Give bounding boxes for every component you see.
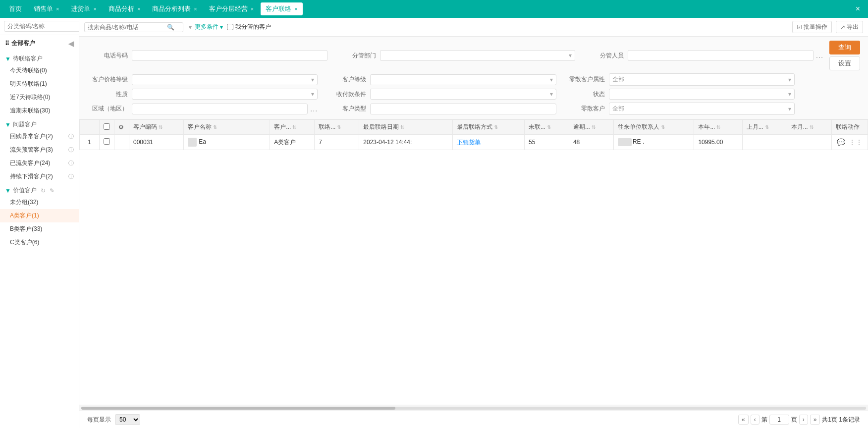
cell-last-contact-method[interactable]: 下销货单 bbox=[452, 135, 524, 150]
retail-customer-select[interactable]: 全部 ▾ bbox=[609, 103, 795, 115]
th-unit-contact[interactable]: 往来单位联系人⇅ bbox=[613, 120, 694, 135]
batch-op-button[interactable]: ☑ 批量操作 bbox=[792, 21, 832, 33]
th-name[interactable]: 客户名称⇅ bbox=[184, 120, 270, 135]
close-customer-segment-icon[interactable]: × bbox=[251, 6, 254, 12]
nav-customer-contact[interactable]: 客户联络 × bbox=[261, 2, 302, 15]
th-contact-count[interactable]: 联络...⇅ bbox=[315, 120, 359, 135]
retail-attr-select[interactable]: 全部 ▾ bbox=[609, 73, 795, 86]
first-page-button[interactable]: « bbox=[738, 415, 749, 425]
nature-select[interactable]: ▾ bbox=[132, 89, 318, 100]
sidebar-item-class-b[interactable]: B类客户(33) bbox=[0, 222, 79, 236]
nav-customer-segment[interactable]: 客户分层经营 × bbox=[204, 2, 259, 15]
status-select[interactable]: ▾ bbox=[609, 89, 795, 100]
content-area: 🔍 ▼ 更多条件 ▾ 我分管的客户 ☑ 批量操作 ↗ 导出 bbox=[79, 18, 868, 428]
filter-retail-attr: 零散客户属性 全部 ▾ bbox=[564, 73, 795, 86]
table-container: ⚙ 客户编码⇅ 客户名称⇅ 客户...⇅ 联络...⇅ bbox=[79, 119, 868, 405]
page-size-select[interactable]: 50 10 20 100 bbox=[115, 414, 140, 425]
staff-more-icon[interactable]: … bbox=[815, 51, 823, 60]
select-all-checkbox[interactable] bbox=[104, 123, 110, 130]
payment-select[interactable]: ▾ bbox=[370, 89, 556, 100]
page-number-input[interactable] bbox=[769, 415, 789, 425]
more-action-icon[interactable]: ⋮⋮ bbox=[849, 138, 863, 146]
bottom-bar: 每页显示 50 10 20 100 « ‹ 第 页 › » 共1页 1条记录 bbox=[79, 411, 868, 428]
th-last-contact-method[interactable]: 最后联络方式⇅ bbox=[452, 120, 524, 135]
th-last-month[interactable]: 上月...⇅ bbox=[742, 120, 787, 135]
last-page-button[interactable]: » bbox=[810, 415, 820, 425]
cell-unit-contact: RE . bbox=[613, 135, 694, 150]
filter-action-btns: 查询 设置 bbox=[829, 41, 860, 70]
sidebar-item-today[interactable]: 今天待联络(0) bbox=[0, 64, 79, 77]
close-customer-contact-icon[interactable]: × bbox=[294, 6, 297, 12]
region-more-icon[interactable]: … bbox=[310, 105, 318, 113]
cell-check[interactable] bbox=[100, 135, 114, 150]
th-this-month[interactable]: 本月...⇅ bbox=[787, 120, 831, 135]
cell-action: 💬 ⋮⋮ bbox=[831, 135, 868, 150]
th-category[interactable]: 客户...⇅ bbox=[270, 120, 315, 135]
next-page-button[interactable]: › bbox=[799, 415, 808, 425]
more-filters-button[interactable]: ▼ 更多条件 ▾ bbox=[187, 23, 223, 31]
nav-goods-analysis-list[interactable]: 商品分析列表 × bbox=[147, 2, 202, 15]
sidebar-item-continuous-decrease[interactable]: 持续下滑客户(2) ⓘ bbox=[0, 170, 79, 183]
th-overdue[interactable]: 逾期...⇅ bbox=[569, 120, 613, 135]
customer-type-input[interactable] bbox=[370, 104, 556, 114]
sidebar-item-unclassified[interactable]: 未分组(32) bbox=[0, 196, 79, 209]
top-nav: 首页 销售单 × 进货单 × 商品分析 × 商品分析列表 × 客户分层经营 × … bbox=[0, 0, 868, 18]
table-header-row: ⚙ 客户编码⇅ 客户名称⇅ 客户...⇅ 联络...⇅ bbox=[80, 120, 868, 135]
sidebar-search-input[interactable] bbox=[4, 21, 79, 32]
filter-phone: 电话号码 bbox=[87, 50, 327, 61]
info-icon-lost-predicted: ⓘ bbox=[68, 146, 74, 154]
customer-level-select[interactable]: ▾ bbox=[370, 74, 556, 85]
query-button[interactable]: 查询 bbox=[829, 41, 860, 54]
edit-value-icon[interactable]: ✎ bbox=[50, 187, 54, 194]
sidebar-item-class-a[interactable]: A类客户(1) bbox=[0, 209, 79, 222]
th-check[interactable] bbox=[100, 120, 114, 135]
phone-input[interactable] bbox=[132, 50, 327, 61]
sidebar-all-customers[interactable]: ⠿ 全部客户 ◀ bbox=[0, 35, 79, 52]
cell-overdue: 48 bbox=[569, 135, 613, 150]
th-code[interactable]: 客户编码⇅ bbox=[129, 120, 184, 135]
region-input[interactable] bbox=[132, 104, 308, 114]
sidebar-collapse-icon[interactable]: ◀ bbox=[68, 40, 74, 48]
th-settings[interactable]: ⚙ bbox=[114, 120, 129, 135]
filter-region: 区域（地区） … bbox=[87, 104, 318, 114]
th-this-year[interactable]: 本年...⇅ bbox=[694, 120, 742, 135]
row-checkbox[interactable] bbox=[104, 138, 110, 145]
contact-method-link[interactable]: 下销货单 bbox=[457, 139, 481, 146]
close-purchase-icon[interactable]: × bbox=[93, 6, 96, 12]
horizontal-scrollbar[interactable] bbox=[79, 405, 868, 411]
nav-goods-analysis[interactable]: 商品分析 × bbox=[104, 2, 145, 15]
th-last-contact-date[interactable]: 最后联络日期⇅ bbox=[359, 120, 453, 135]
filter-search-input[interactable] bbox=[88, 24, 167, 31]
sidebar-item-week[interactable]: 近7天待联络(0) bbox=[0, 91, 79, 104]
filter-search-icon[interactable]: 🔍 bbox=[167, 24, 174, 31]
global-close-button[interactable]: × bbox=[852, 2, 864, 15]
chat-action-icon[interactable]: 💬 bbox=[837, 138, 845, 146]
export-button[interactable]: ↗ 导出 bbox=[836, 21, 863, 33]
sidebar-item-already-lost[interactable]: 已流失客户(24) ⓘ bbox=[0, 157, 79, 170]
refresh-icon[interactable]: ↻ bbox=[41, 187, 46, 194]
my-customers-checkbox[interactable]: 我分管的客户 bbox=[227, 23, 271, 31]
sidebar-item-tomorrow[interactable]: 明天待联络(1) bbox=[0, 77, 79, 91]
th-no-contact[interactable]: 未联...⇅ bbox=[524, 120, 569, 135]
data-table: ⚙ 客户编码⇅ 客户名称⇅ 客户...⇅ 联络...⇅ bbox=[79, 119, 868, 150]
dept-select[interactable]: ▾ bbox=[380, 50, 576, 61]
staff-input[interactable] bbox=[628, 50, 814, 61]
prev-page-button[interactable]: ‹ bbox=[751, 415, 760, 425]
close-goods-analysis-icon[interactable]: × bbox=[137, 6, 140, 12]
cell-this-year: 10995.00 bbox=[694, 135, 742, 150]
price-level-select[interactable]: ▾ bbox=[132, 74, 318, 85]
close-sales-icon[interactable]: × bbox=[56, 6, 59, 12]
table-settings-icon[interactable]: ⚙ bbox=[118, 124, 124, 131]
sidebar-item-lost-predicted[interactable]: 流失预警客户(3) ⓘ bbox=[0, 143, 79, 157]
settings-button[interactable]: 设置 bbox=[829, 56, 860, 70]
close-goods-list-icon[interactable]: × bbox=[194, 6, 197, 12]
scrollbar-thumb[interactable] bbox=[81, 407, 395, 410]
filter-status: 状态 ▾ bbox=[564, 89, 795, 100]
sidebar-search-area: 🔍 bbox=[0, 18, 79, 35]
sidebar-item-repeat-abnormal[interactable]: 回购异常客户(2) ⓘ bbox=[0, 130, 79, 143]
sidebar-item-overdue-contact[interactable]: 逾期未联络(30) bbox=[0, 104, 79, 117]
nav-purchase[interactable]: 进货单 × bbox=[66, 2, 101, 15]
sidebar-item-class-c[interactable]: C类客户(6) bbox=[0, 236, 79, 249]
nav-home[interactable]: 首页 bbox=[4, 2, 27, 15]
nav-sales[interactable]: 销售单 × bbox=[29, 2, 64, 15]
